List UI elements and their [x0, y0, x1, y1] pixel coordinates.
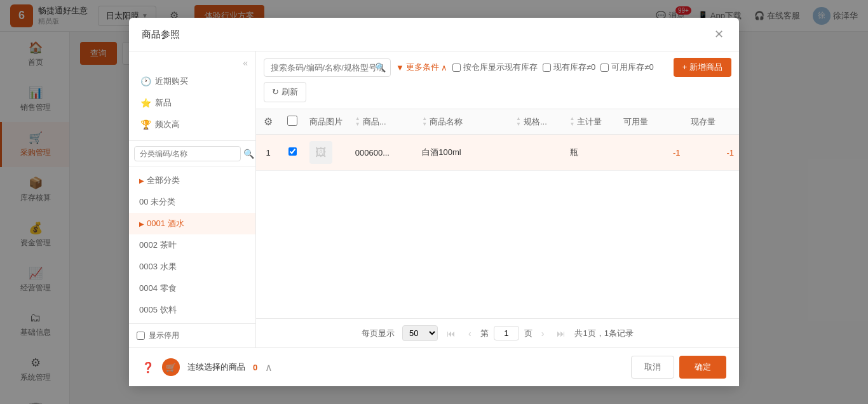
- modal-header: 商品参照 ✕: [129, 18, 739, 51]
- product-table: ⚙ 商品图片: [256, 109, 739, 171]
- th-spec-label: 规格...: [524, 116, 547, 128]
- left-nav: « 🕐 近期购买 ⭐ 新品 🏆 频次高: [129, 51, 255, 141]
- product-search-icon[interactable]: 🔍: [375, 62, 386, 72]
- nav-item-recent[interactable]: 🕐 近期购买: [134, 71, 250, 92]
- modal-close-button[interactable]: ✕: [711, 27, 726, 42]
- category-0003-label: 0003 水果: [139, 261, 177, 273]
- row-available: -1: [673, 148, 681, 158]
- show-disabled-label: 显示停用: [149, 330, 179, 341]
- category-0005[interactable]: 0005 饮料: [129, 299, 255, 321]
- category-0004[interactable]: 0004 零食: [129, 278, 255, 299]
- th-name[interactable]: ▲ ▼ 商品名称: [417, 109, 511, 135]
- show-disabled-row[interactable]: 显示停用: [129, 323, 255, 347]
- category-0001-label: 0001 酒水: [147, 218, 184, 229]
- category-search-input[interactable]: [134, 146, 241, 161]
- next-page-button[interactable]: ›: [538, 326, 548, 341]
- select-all-checkbox[interactable]: [287, 116, 297, 126]
- cancel-button[interactable]: 取消: [631, 356, 674, 379]
- nav-item-frequent-label: 频次高: [155, 119, 180, 130]
- prev-page-button[interactable]: ‹: [465, 326, 475, 341]
- filter-arrow-icon: ∧: [441, 63, 447, 72]
- new-icon: ⭐: [140, 98, 151, 108]
- show-disabled-checkbox[interactable]: [137, 332, 145, 340]
- category-search-icon[interactable]: 🔍: [243, 149, 254, 159]
- category-00-label: 00 未分类: [139, 196, 175, 208]
- available-stock-checkbox-label[interactable]: 可用库存≠0: [600, 62, 653, 73]
- row-available-cell: -1: [618, 135, 686, 171]
- per-page-label: 每页显示: [362, 328, 395, 339]
- category-0003[interactable]: 0003 水果: [129, 256, 255, 278]
- help-icon[interactable]: ❓: [142, 361, 154, 374]
- row-unit: 瓶: [570, 147, 578, 157]
- filter-icon: ▼: [396, 63, 404, 72]
- available-stock-label: 可用库存≠0: [611, 62, 653, 73]
- page-label: 第: [480, 328, 489, 339]
- th-available-label: 可用量: [623, 116, 648, 128]
- confirm-button[interactable]: 确定: [679, 356, 726, 379]
- nav-item-new[interactable]: ⭐ 新品: [134, 92, 250, 114]
- th-stock[interactable]: 现存量: [686, 109, 740, 135]
- category-all[interactable]: ▶ 全部分类: [129, 170, 255, 191]
- category-all-arrow: ▶: [139, 177, 144, 184]
- name-sort-arrows: ▲ ▼: [422, 116, 427, 127]
- th-spec[interactable]: ▲ ▼ 规格...: [511, 109, 564, 135]
- warehouse-checkbox[interactable]: [452, 64, 461, 72]
- code-sort-arrows: ▲ ▼: [355, 116, 360, 127]
- th-code[interactable]: ▲ ▼ 商品...: [350, 109, 417, 135]
- row-name-cell: 白酒100ml: [417, 135, 511, 171]
- spec-sort-arrows: ▲ ▼: [516, 116, 521, 127]
- left-panel: « 🕐 近期购买 ⭐ 新品 🏆 频次高: [129, 51, 256, 347]
- refresh-product-button[interactable]: ↻ 刷新: [264, 82, 306, 102]
- current-stock-label: 现有库存≠0: [553, 62, 595, 73]
- nav-item-new-label: 新品: [155, 97, 172, 109]
- category-0004-label: 0004 零食: [139, 283, 177, 294]
- toolbar: 🔍 ▼ 更多条件 ∧ 按仓库显示现有库存 现有库存≠0: [256, 51, 739, 109]
- nav-item-frequent[interactable]: 🏆 频次高: [134, 114, 250, 135]
- per-page-select[interactable]: 50 20 100: [402, 325, 438, 341]
- current-stock-checkbox-label[interactable]: 现有库存≠0: [543, 62, 595, 73]
- available-stock-checkbox[interactable]: [600, 64, 609, 72]
- category-all-label: 全部分类: [147, 175, 180, 186]
- row-unit-cell: 瓶: [565, 135, 618, 171]
- frequent-icon: 🏆: [140, 119, 151, 130]
- warehouse-label: 按仓库显示现有库存: [463, 62, 538, 73]
- category-00[interactable]: 00 未分类: [129, 191, 255, 213]
- row-checkbox-cell[interactable]: [280, 135, 304, 171]
- page-input[interactable]: [494, 326, 519, 340]
- right-panel: 🔍 ▼ 更多条件 ∧ 按仓库显示现有库存 现有库存≠0: [256, 51, 739, 347]
- table-settings-icon[interactable]: ⚙: [264, 116, 273, 127]
- category-0002-label: 0002 茶叶: [139, 239, 177, 251]
- category-0002[interactable]: 0002 茶叶: [129, 234, 255, 256]
- collapse-icon[interactable]: «: [243, 58, 248, 68]
- cart-icon[interactable]: 🛒: [162, 358, 180, 376]
- recent-icon: 🕐: [140, 76, 151, 86]
- th-available[interactable]: 可用量: [618, 109, 686, 135]
- table-row[interactable]: 1 🖼 000600...: [256, 135, 739, 171]
- warehouse-checkbox-label[interactable]: 按仓库显示现有库存: [452, 62, 538, 73]
- pagination: 每页显示 50 20 100 ⏮ ‹ 第 页 › ⏭ 共1页，1条记录: [256, 318, 739, 347]
- current-stock-checkbox[interactable]: [543, 64, 551, 72]
- modal-title: 商品参照: [142, 29, 180, 41]
- filter-button[interactable]: ▼ 更多条件 ∧: [396, 62, 447, 73]
- filter-label: 更多条件: [406, 62, 439, 73]
- row-checkbox[interactable]: [288, 147, 297, 156]
- modal-footer: ❓ 🛒 连续选择的商品 0 ∧ 取消 确定: [129, 347, 739, 386]
- add-product-button[interactable]: + 新增商品: [674, 58, 731, 77]
- product-reference-modal: 商品参照 ✕ « 🕐 近期购买 ⭐ 新品: [129, 18, 739, 386]
- category-0005-label: 0005 饮料: [139, 304, 177, 316]
- th-unit[interactable]: ▲ ▼ 主计量: [565, 109, 618, 135]
- category-0001[interactable]: ▶ 0001 酒水: [129, 213, 255, 234]
- first-page-button[interactable]: ⏮: [443, 326, 459, 341]
- product-search-input[interactable]: [264, 58, 391, 77]
- modal-overlay: 商品参照 ✕ « 🕐 近期购买 ⭐ 新品: [0, 0, 868, 404]
- row-stock: -1: [726, 148, 734, 158]
- th-settings: ⚙: [256, 109, 280, 135]
- row-spec-cell: [511, 135, 564, 171]
- product-table-container: ⚙ 商品图片: [256, 109, 739, 318]
- last-page-button[interactable]: ⏭: [553, 326, 569, 341]
- total-info: 共1页，1条记录: [574, 328, 633, 339]
- th-stock-label: 现存量: [691, 116, 715, 128]
- collapse-footer-icon[interactable]: ∧: [265, 361, 273, 374]
- category-list: ▶ 全部分类 00 未分类 ▶ 0001 酒水 0002 茶叶 0003 水果: [129, 167, 255, 323]
- row-index: 1: [256, 135, 280, 171]
